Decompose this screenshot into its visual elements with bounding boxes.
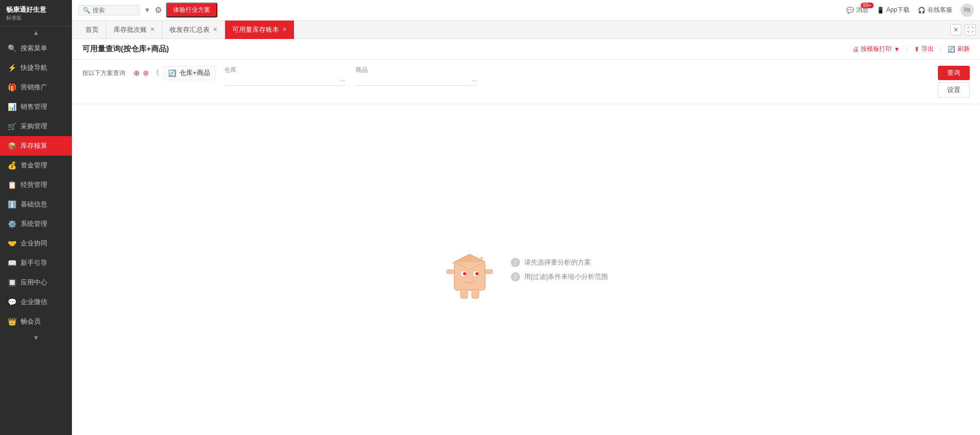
filter-fields: 仓库 ··· 商品 ···: [224, 66, 930, 86]
warehouse-label: 仓库: [224, 66, 345, 74]
topbar-dropdown-icon[interactable]: ▼: [144, 6, 151, 14]
scheme-collapse-icon[interactable]: 《: [152, 68, 159, 78]
search-input[interactable]: [93, 7, 134, 14]
avatar-text: Rit: [964, 7, 970, 13]
scheme-cycle-icon: 🔄: [168, 69, 176, 77]
box-icon: 📦: [7, 142, 16, 150]
message-badge: 99+: [861, 3, 874, 8]
tip-num-2: 2: [511, 272, 520, 281]
cart-icon: 🛒: [7, 122, 16, 130]
svg-rect-5: [447, 270, 454, 274]
sidebar-item-basics[interactable]: ℹ️ 基础信息: [0, 195, 72, 214]
warehouse-more-icon[interactable]: ···: [340, 77, 345, 84]
online-service-action[interactable]: 🎧 在线客服: [918, 6, 952, 14]
tab-available-ledger[interactable]: 可用量库存账本 ✕: [225, 21, 294, 39]
empty-tip-1: 1 请先选择要分析的方案: [511, 258, 608, 267]
export-button[interactable]: ⬆ 导出: [914, 45, 934, 53]
page-title: 可用量查询(按仓库+商品): [82, 44, 169, 54]
sidebar-item-marketing[interactable]: 🎁 营销推广: [0, 78, 72, 97]
sidebar-item-purchase[interactable]: 🛒 采购管理: [0, 117, 72, 136]
app-download-action[interactable]: 📱 App下载: [877, 6, 910, 14]
tab-home-label: 首页: [85, 25, 99, 34]
sidebar-item-member[interactable]: 👑 畅会员: [0, 312, 72, 331]
export-icon: ⬆: [914, 46, 919, 53]
sidebar-item-system[interactable]: ⚙️ 系统管理: [0, 214, 72, 234]
app-download-label: App下载: [886, 6, 910, 14]
refresh-icon: 🔄: [948, 46, 955, 53]
empty-icon: ✦ ✦: [444, 244, 495, 295]
sidebar-item-search[interactable]: 🔍 搜索菜单: [0, 39, 72, 58]
logo-title: 畅康通好生意: [6, 5, 66, 14]
sidebar-item-guide[interactable]: 📖 新手引导: [0, 253, 72, 273]
refresh-label: 刷新: [957, 45, 970, 53]
grid-icon: 🔲: [7, 278, 16, 287]
sidebar-item-finance[interactable]: 💰 资金管理: [0, 156, 72, 175]
tab-receive-summary-label: 收发存汇总表: [170, 25, 210, 34]
user-avatar[interactable]: Rit: [960, 4, 974, 17]
topbar-search-box[interactable]: 🔍: [78, 5, 140, 15]
filter-field-warehouse: 仓库 ···: [224, 66, 345, 86]
print-dropdown-icon[interactable]: ▼: [894, 46, 900, 53]
sidebar-item-label: 经营管理: [21, 180, 47, 190]
tabs-bar-right: ✕ ⛶: [950, 24, 976, 35]
gear-icon[interactable]: ⚙: [155, 5, 162, 15]
sidebar-item-inventory[interactable]: 📦 库存核算: [0, 136, 72, 156]
tab-expand-button[interactable]: ⛶: [965, 24, 976, 35]
filter-label: 按以下方案查询: [82, 66, 125, 78]
tab-close-all-button[interactable]: ✕: [950, 24, 961, 35]
tab-receive-summary-close[interactable]: ✕: [213, 26, 217, 33]
sidebar-item-label: 快捷导航: [21, 63, 47, 72]
query-button[interactable]: 查询: [938, 66, 970, 80]
sidebar-item-shortcuts[interactable]: ⚡ 快捷导航: [0, 58, 72, 78]
topbar-actions: 💬 消息 99+ 📱 App下载 🎧 在线客服 Rit: [846, 4, 974, 17]
divider: |: [906, 45, 908, 53]
print-template-button[interactable]: 🖨 按模板打印 ▼: [853, 45, 900, 53]
sidebar-scroll-up[interactable]: ▲: [0, 26, 72, 39]
product-input[interactable]: [356, 77, 469, 84]
tab-batch-ledger-label: 库存批次账: [114, 25, 147, 34]
filter-area: 按以下方案查询 ⊕ ⊛ 《 🔄 仓库+商品 仓库 ···: [72, 60, 980, 104]
tabs-bar: 首页 库存批次账 ✕ 收发存汇总表 ✕ 可用量库存账本 ✕ ✕ ⛶: [72, 21, 980, 39]
sidebar-nav: ▲ 🔍 搜索菜单 ⚡ 快捷导航 🎁 营销推广 📊 销售管理 🛒 采购管理 📦 库…: [0, 26, 72, 435]
experience-button[interactable]: 体验行业方案: [166, 3, 217, 17]
empty-tips: 1 请先选择要分析的方案 2 用[过滤]条件来缩小分析范围: [511, 258, 608, 281]
filter-scheme: ⊕ ⊛ 《 🔄 仓库+商品: [134, 66, 216, 80]
tab-available-ledger-close[interactable]: ✕: [282, 26, 287, 33]
tip-text-2: 用[过滤]条件来缩小分析范围: [524, 272, 608, 281]
warehouse-input-wrapper: ···: [224, 75, 345, 86]
tab-batch-ledger-close[interactable]: ✕: [150, 26, 155, 33]
product-label: 商品: [356, 66, 477, 74]
svg-point-4: [475, 272, 478, 275]
sidebar-item-app-center[interactable]: 🔲 应用中心: [0, 273, 72, 292]
tab-home[interactable]: 首页: [78, 21, 106, 39]
sidebar-item-label: 企业微信: [21, 297, 47, 307]
tab-batch-ledger[interactable]: 库存批次账 ✕: [106, 21, 162, 39]
refresh-button[interactable]: 🔄 刷新: [948, 45, 970, 53]
sidebar-scroll-down[interactable]: ▼: [0, 331, 72, 344]
sidebar-item-sales[interactable]: 📊 销售管理: [0, 97, 72, 117]
message-action[interactable]: 💬 消息 99+: [846, 6, 868, 14]
sidebar-logo: 畅康通好生意 标准版: [0, 0, 72, 26]
sidebar-item-label: 系统管理: [21, 219, 47, 229]
setting-button[interactable]: 设置: [938, 82, 970, 98]
scheme-item[interactable]: 🔄 仓库+商品: [162, 66, 216, 80]
filter-actions: 查询 设置: [938, 66, 970, 98]
warehouse-input[interactable]: [224, 77, 337, 84]
message-icon: 💬: [846, 7, 854, 14]
tip-num-1: 1: [511, 258, 520, 267]
scheme-settings-icon[interactable]: ⊛: [143, 69, 149, 77]
sidebar-item-enterprise-wechat[interactable]: 💬 企业微信: [0, 292, 72, 312]
gift-icon: 🎁: [7, 83, 16, 91]
wechat-icon: 💬: [7, 298, 16, 306]
tab-receive-summary[interactable]: 收发存汇总表 ✕: [162, 21, 225, 39]
chart-icon: 📊: [7, 103, 16, 111]
sidebar-item-operations[interactable]: 📋 经营管理: [0, 175, 72, 195]
product-more-icon[interactable]: ···: [472, 77, 477, 84]
svg-point-3: [463, 272, 466, 275]
svg-text:✦: ✦: [479, 255, 484, 262]
sidebar-item-enterprise-coop[interactable]: 🤝 企业协同: [0, 234, 72, 253]
settings-icon: ⚙️: [7, 220, 16, 228]
scheme-add-icon[interactable]: ⊕: [134, 69, 140, 77]
content-body: ✦ ✦ 1 请先选择要分析的方案 2 用[过滤]条件来缩小分析范围: [72, 104, 980, 435]
empty-state: ✦ ✦ 1 请先选择要分析的方案 2 用[过滤]条件来缩小分析范围: [444, 244, 608, 295]
